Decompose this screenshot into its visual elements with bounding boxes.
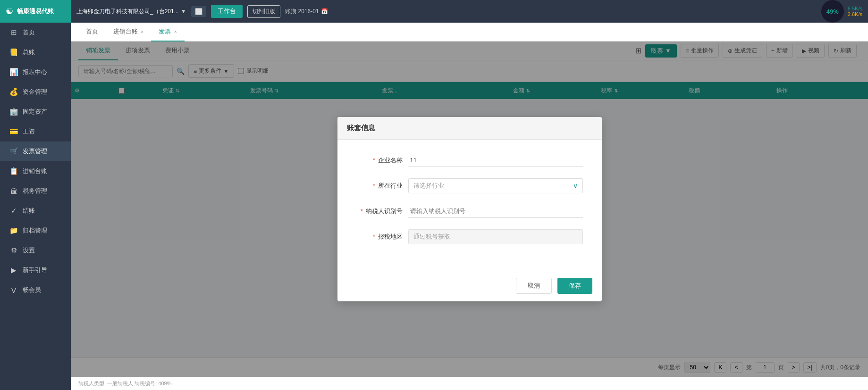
modal-dialog: 账套信息 * 企业名称 * 所在行 — [337, 117, 602, 301]
form-row-industry: * 所在行业 请选择行业 ∨ — [356, 178, 583, 193]
modal-footer: 取消 保存 — [337, 270, 602, 301]
salary-icon: 💳 — [9, 127, 18, 136]
speed-percent: 49% — [826, 8, 839, 15]
period-display: 账期 2016-01 📅 — [285, 8, 328, 16]
sidebar-item-tax[interactable]: 🏛 税务管理 — [0, 181, 71, 201]
tab-home[interactable]: 首页 — [78, 23, 106, 41]
tab-purchase-close[interactable]: × — [141, 29, 143, 34]
workbench-button[interactable]: 工作台 — [211, 5, 243, 18]
form-row-tax-region: * 报税地区 通过税号获取 — [356, 229, 583, 244]
sidebar-item-label: 报表中心 — [23, 68, 47, 76]
required-star: * — [373, 157, 375, 164]
archive-icon: 📁 — [9, 226, 18, 235]
sidebar-item-invoice[interactable]: 🛒 发票管理 — [0, 141, 71, 161]
sidebar: ☯ 畅康通易代账 ⊞ 首页 📒 总账 📊 报表中心 💰 资金管理 🏢 固定资产 … — [0, 0, 71, 390]
company-name-input[interactable] — [408, 154, 583, 167]
industry-chevron-icon: ∨ — [573, 182, 578, 190]
speed-info: 8.5K/s 2.6K/s — [848, 6, 862, 17]
bottom-bar: 纳税人类型: 一般纳税人 纳税编号: 409% — [71, 377, 868, 390]
sidebar-item-label: 固定资产 — [23, 108, 47, 116]
tax-id-input[interactable] — [408, 205, 583, 218]
company-name-label: 企业名称 — [378, 157, 403, 164]
sidebar-item-home[interactable]: ⊞ 首页 — [0, 23, 71, 42]
modal-overlay[interactable]: 账套信息 * 企业名称 * 所在行 — [71, 41, 868, 377]
tax-region-label: 报税地区 — [378, 233, 403, 240]
modal-header: 账套信息 — [337, 117, 602, 140]
sidebar-item-label: 进销台账 — [23, 167, 47, 175]
switch-old-button[interactable]: 切到旧版 — [247, 5, 280, 18]
tab-invoice[interactable]: 发票 × — [151, 23, 184, 41]
company-name: 上海卯金刀电子科技有限公司_（台201... — [76, 8, 179, 16]
period-value: 2016-01 — [298, 8, 319, 15]
invoice-icon: 🛒 — [9, 147, 18, 156]
sidebar-item-member[interactable]: V 畅会员 — [0, 280, 71, 300]
sidebar-item-label: 工资 — [23, 127, 35, 136]
sidebar-item-archive[interactable]: 📁 归档管理 — [0, 221, 71, 241]
tab-invoice-label: 发票 — [159, 27, 171, 36]
sidebar-item-label: 新手引导 — [23, 266, 47, 274]
speed-up: 8.5K/s — [848, 6, 862, 11]
page-content: 销项发票 进项发票 费用小票 ⊞ 取票 ▼ ≡ 批量操作 — [71, 41, 868, 377]
topbar-right: 49% 8.5K/s 2.6K/s — [821, 0, 862, 23]
required-star: * — [373, 233, 375, 240]
required-star: * — [373, 182, 375, 189]
industry-select[interactable]: 请选择行业 ∨ — [408, 178, 583, 193]
sidebar-item-guide[interactable]: ▶ 新手引导 — [0, 260, 71, 280]
form-row-tax-id: * 纳税人识别号 — [356, 205, 583, 218]
member-icon: V — [9, 286, 18, 294]
sidebar-item-label: 设置 — [23, 246, 35, 255]
guide-icon: ▶ — [9, 266, 18, 274]
sidebar-item-ledger[interactable]: 📒 总账 — [0, 42, 71, 62]
bottom-bar-text: 纳税人类型: 一般纳税人 纳税编号: 409% — [78, 380, 171, 387]
tab-invoice-close[interactable]: × — [174, 29, 177, 34]
topbar: 上海卯金刀电子科技有限公司_（台201... ▼ ⬜ 工作台 切到旧版 账期 2… — [71, 0, 868, 23]
sidebar-item-funds[interactable]: 💰 资金管理 — [0, 82, 71, 102]
tab-bar: 首页 进销台账 × 发票 × — [71, 23, 868, 41]
tax-icon: 🏛 — [9, 187, 18, 195]
industry-placeholder: 请选择行业 — [413, 182, 444, 190]
form-label-tax-region: * 报税地区 — [356, 232, 408, 241]
sidebar-item-settings[interactable]: ⚙ 设置 — [0, 241, 71, 260]
assets-icon: 🏢 — [9, 108, 18, 116]
sidebar-item-purchase[interactable]: 📋 进销台账 — [0, 161, 71, 181]
logo-icon: ☯ — [6, 6, 13, 17]
tax-region-placeholder: 通过税号获取 — [413, 233, 450, 240]
speed-badge: 49% — [821, 0, 844, 23]
save-button[interactable]: 保存 — [557, 278, 592, 294]
tab-home-label: 首页 — [86, 27, 98, 36]
tax-region-display: 通过税号获取 — [408, 229, 583, 244]
sidebar-item-salary[interactable]: 💳 工资 — [0, 122, 71, 141]
company-selector[interactable]: 上海卯金刀电子科技有限公司_（台201... ▼ — [76, 8, 186, 16]
copy-button[interactable]: ⬜ — [191, 6, 206, 17]
sidebar-item-assets[interactable]: 🏢 固定资产 — [0, 102, 71, 122]
sidebar-item-label: 总账 — [23, 48, 35, 57]
home-icon: ⊞ — [9, 28, 18, 37]
form-label-industry: * 所在行业 — [356, 182, 408, 190]
form-label-company-name: * 企业名称 — [356, 156, 408, 165]
calendar-icon[interactable]: 📅 — [321, 8, 328, 15]
sidebar-item-reports[interactable]: 📊 报表中心 — [0, 62, 71, 82]
form-label-tax-id: * 纳税人识别号 — [356, 207, 408, 216]
form-row-company-name: * 企业名称 — [356, 154, 583, 167]
sidebar-item-label: 发票管理 — [23, 147, 47, 156]
company-dropdown-icon[interactable]: ▼ — [181, 8, 186, 15]
reports-icon: 📊 — [9, 68, 18, 76]
period-label: 账期 — [285, 8, 296, 16]
main-area: 上海卯金刀电子科技有限公司_（台201... ▼ ⬜ 工作台 切到旧版 账期 2… — [71, 0, 868, 390]
cancel-button[interactable]: 取消 — [516, 278, 552, 294]
logo-area: ☯ 畅康通易代账 — [0, 0, 71, 23]
tax-id-label: 纳税人识别号 — [366, 207, 403, 215]
logo-text: 畅康通易代账 — [17, 7, 54, 16]
modal-title: 账套信息 — [347, 124, 375, 132]
purchase-icon: 📋 — [9, 167, 18, 175]
tab-purchase-label: 进销台账 — [113, 27, 138, 36]
tab-purchase[interactable]: 进销台账 × — [106, 23, 151, 41]
sidebar-item-label: 畅会员 — [23, 286, 41, 294]
required-star: * — [361, 207, 363, 215]
sidebar-item-label: 结账 — [23, 207, 35, 215]
sidebar-item-label: 税务管理 — [23, 187, 47, 195]
sidebar-item-label: 归档管理 — [23, 226, 47, 235]
sidebar-item-settlement[interactable]: ✓ 结账 — [0, 201, 71, 221]
sidebar-item-label: 首页 — [23, 28, 35, 37]
speed-down: 2.6K/s — [848, 11, 862, 17]
